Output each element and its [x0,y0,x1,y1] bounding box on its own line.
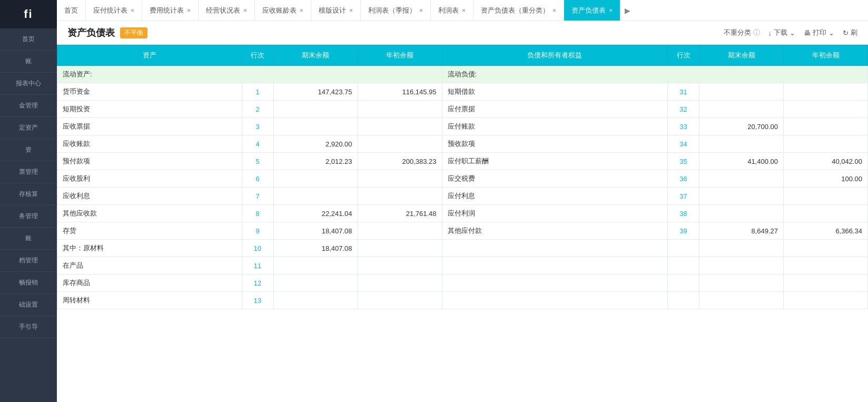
tab-balance-reclassified[interactable]: 资产负债表（重分类） × [474,0,564,21]
cell-asset: 其他应收款 [57,205,242,222]
header-year-start: 年初余额 [358,45,442,66]
cell-period-end2: 8,649.27 [699,222,784,240]
cell-row-num: 10 [242,240,273,257]
header-liability: 负债和所有者权益 [442,45,667,66]
cell-period-end2: 20,700.00 [699,118,784,135]
cell-year-start2: 6,366.34 [784,222,868,240]
sidebar-logo: fi [0,0,57,28]
table-row: 应收账款 4 2,920.00 预收款项 34 [57,135,868,153]
cell-period-end [273,101,358,118]
sidebar-item-expense[interactable]: 畅报销 [0,272,57,294]
cell-period-end2 [699,135,784,153]
cell-period-end: 18,407.08 [273,240,358,257]
cell-liability: 其他应付款 [442,222,667,240]
cell-row-num2 [668,274,699,292]
sidebar-item-report-center[interactable]: 报表中心 [0,73,57,95]
cell-year-start: 200,383.23 [358,153,442,170]
tab-payable-stats[interactable]: 应付统计表 × [86,0,142,21]
tab-expense-stats[interactable]: 费用统计表 × [142,0,199,21]
cell-period-end2 [699,83,784,101]
tab-close-expense-stats[interactable]: × [187,7,191,14]
cell-row-num2: 31 [668,83,699,101]
sidebar-item-fund-mgmt[interactable]: 金管理 [0,95,57,117]
sidebar-item-settings[interactable]: 础设置 [0,294,57,316]
cell-asset: 周转材料 [57,292,242,309]
table-row: 应收利息 7 应付利息 37 [57,188,868,205]
unbalanced-badge: 不平衡 [120,27,147,38]
tab-close-balance-reclassified[interactable]: × [553,7,556,14]
sidebar-item-inventory[interactable]: 存核算 [0,183,57,205]
cell-row-num: 9 [242,222,273,240]
sidebar-item-archive[interactable]: 档管理 [0,250,57,272]
cell-row-num: 4 [242,135,273,153]
table-row: 其他应收款 8 22,241.04 21,761.48 应付利润 38 [57,205,868,222]
table-row: 其中：原材料 10 18,407.08 [57,240,868,257]
cell-asset: 应收账款 [57,135,242,153]
cell-year-start2: 100.00 [784,170,868,188]
cell-liability: 应交税费 [442,170,667,188]
cell-asset: 存货 [57,222,242,240]
cell-liability: 应付利息 [442,188,667,205]
cell-period-end: 2,012.23 [273,153,358,170]
cell-year-start [358,118,442,135]
sidebar-item-account[interactable]: 账 [0,51,57,73]
tab-close-profit-quarterly[interactable]: × [419,7,423,14]
header-period-end: 期末余额 [273,45,358,66]
print-icon: 🖶 [804,29,811,37]
download-chevron-icon: ⌄ [790,29,795,37]
cell-row-num2: 32 [668,101,699,118]
cell-row-num2: 33 [668,118,699,135]
sidebar-item-home[interactable]: 首页 [0,28,57,51]
tab-close-operation-status[interactable]: × [243,7,247,14]
not-reclassify-button[interactable]: 不重分类 ⓘ [724,28,760,37]
cell-row-num2: 36 [668,170,699,188]
page-title-area: 资产负债表 不平衡 [67,26,147,39]
refresh-button[interactable]: ↻ 刷 [843,28,857,37]
cell-year-start2 [784,205,868,222]
sidebar-item-tax-mgmt[interactable]: 务管理 [0,205,57,228]
tab-close-receivable-aging[interactable]: × [300,7,303,14]
cell-year-start2 [784,118,868,135]
page-header: 资产负债表 不平衡 不重分类 ⓘ ↓ 下载 ⌄ 🖶 打印 ⌄ ↻ 刷 [57,21,868,45]
cell-period-end2 [699,240,784,257]
sidebar-item-fixed-assets[interactable]: 定资产 [0,117,57,139]
cell-period-end [273,188,358,205]
tab-home[interactable]: 首页 [57,0,86,21]
table-row: 货币资金 1 147,423.75 116,145.95 短期借款 31 [57,83,868,101]
cell-row-num: 7 [242,188,273,205]
sidebar-item-guide[interactable]: 手引导 [0,316,57,338]
cell-row-num: 8 [242,205,273,222]
print-button[interactable]: 🖶 打印 ⌄ [804,28,834,37]
refresh-icon: ↻ [843,29,849,37]
cell-year-start [358,188,442,205]
tab-template-design[interactable]: 模版设计 × [311,0,361,21]
cell-asset: 其中：原材料 [57,240,242,257]
page-title: 资产负债表 [67,26,115,39]
download-button[interactable]: ↓ 下载 ⌄ [768,28,796,37]
tab-profit-quarterly[interactable]: 利润表（季报） × [361,0,431,21]
tab-close-template-design[interactable]: × [349,7,353,14]
table-header-row: 资产 行次 期末余额 年初余额 负债和所有者权益 行次 期末余额 年初余额 [57,45,868,66]
sidebar-item-capital[interactable]: 资 [0,139,57,161]
tab-close-payable-stats[interactable]: × [131,7,134,14]
sidebar-item-invoice-mgmt[interactable]: 票管理 [0,161,57,183]
cell-year-start: 116,145.95 [358,83,442,101]
tab-profit[interactable]: 利润表 × [431,0,474,21]
tab-balance[interactable]: 资产负债表 × [564,0,620,21]
tab-close-profit[interactable]: × [462,7,466,14]
cell-row-num2 [668,292,699,309]
cell-asset: 货币资金 [57,83,242,101]
cell-liability [442,292,667,309]
tab-close-balance[interactable]: × [609,7,613,14]
cell-period-end [273,170,358,188]
tab-receivable-aging[interactable]: 应收账龄表 × [255,0,311,21]
section-right-label: 流动负债: [442,66,867,83]
tab-operation-status[interactable]: 经营状况表 × [199,0,255,21]
cell-year-start [358,240,442,257]
tab-scroll-arrow[interactable]: ▶ [620,6,635,15]
table-row: 库存商品 12 [57,274,868,292]
sidebar-item-ledger[interactable]: 账 [0,228,57,250]
table-row: 应收股利 6 应交税费 36 100.00 [57,170,868,188]
cell-year-start2 [784,83,868,101]
cell-year-start2 [784,240,868,257]
